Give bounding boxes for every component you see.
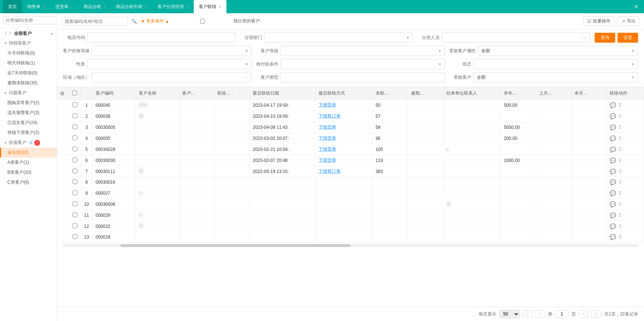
phone-input[interactable] — [87, 32, 236, 43]
more-action-icon[interactable]: ⠿ — [618, 135, 622, 141]
more-action-icon[interactable]: ⠿ — [618, 234, 622, 240]
sidebar-item-tomorrow-pending[interactable]: 明天待联络(1) — [0, 58, 57, 68]
contact-icon[interactable]: 💬 — [610, 135, 616, 141]
export-btn[interactable]: ↗ 导出 — [617, 16, 640, 26]
more-action-icon[interactable]: ⠿ — [618, 201, 622, 207]
close-purchase-tab[interactable]: × — [71, 4, 73, 9]
filter-search-icon[interactable]: 🔍 — [131, 19, 137, 24]
row-checkbox[interactable] — [73, 179, 77, 184]
sidebar-item-class-a[interactable]: A类客户(1) — [0, 158, 57, 167]
tab-product-analysis[interactable]: 商品分析 × — [78, 0, 111, 13]
prev-page-btn[interactable]: < — [536, 310, 545, 318]
sidebar-item-declining[interactable]: 持续下滑客户(2) — [0, 128, 57, 138]
th-type[interactable]: 客户... : — [179, 87, 214, 100]
more-action-icon[interactable]: ⠿ — [618, 102, 622, 108]
close-customer-contact-tab[interactable]: × — [219, 4, 221, 9]
row-checkbox[interactable] — [73, 147, 77, 151]
manager-select[interactable]: ··· — [442, 32, 590, 43]
th-name[interactable]: 客户名称 : — [136, 87, 179, 100]
page-input[interactable] — [555, 310, 569, 318]
row-checkbox[interactable] — [73, 212, 77, 217]
tab-product-analysis-list[interactable]: 商品分析列表 × — [111, 0, 152, 13]
row-checkbox[interactable] — [73, 158, 77, 162]
row-checkbox[interactable] — [73, 124, 77, 129]
next-page-btn[interactable]: > — [579, 310, 588, 318]
horizontal-scrollbar[interactable] — [57, 243, 644, 248]
reset-button[interactable]: 设置 — [617, 33, 638, 43]
row-checkbox[interactable] — [73, 102, 77, 107]
tab-customer-tier[interactable]: 客户分层经营 × — [152, 0, 194, 13]
first-page-btn[interactable]: |< — [522, 310, 533, 318]
th-unlink[interactable]: 未联... : — [372, 87, 408, 100]
tab-home[interactable]: 首页 — [3, 0, 22, 13]
select-all-checkbox[interactable] — [72, 91, 77, 95]
th-year[interactable]: 本年... : — [501, 87, 536, 100]
tab-customer-contact[interactable]: 客户联络 × — [194, 0, 226, 13]
th-checkbox[interactable] — [69, 87, 81, 100]
th-contact[interactable]: 联络... : — [214, 87, 250, 100]
more-action-icon[interactable]: ⠿ — [618, 179, 622, 185]
td-checkbox[interactable] — [69, 100, 81, 111]
contact-icon[interactable]: 💬 — [610, 113, 616, 119]
more-action-icon[interactable]: ⠿ — [618, 169, 622, 174]
td-last-method[interactable]: 下销售订单 — [316, 166, 373, 177]
td-last-method[interactable]: 下销货单 — [316, 100, 373, 111]
contact-icon[interactable]: 💬 — [610, 234, 616, 240]
row-checkbox[interactable] — [73, 201, 77, 206]
more-action-icon[interactable]: ⠿ — [618, 212, 622, 218]
row-checkbox[interactable] — [73, 223, 77, 228]
payment-select[interactable]: ▼ — [281, 59, 445, 69]
td-last-method[interactable]: 下销货单 — [316, 133, 373, 144]
contact-icon[interactable]: 💬 — [610, 190, 616, 196]
contact-icon[interactable]: 💬 — [610, 169, 616, 174]
th-this-month[interactable]: 本月... : — [571, 87, 607, 100]
group-pending-contact[interactable]: ▼ 待联络客户 — [0, 38, 57, 48]
contact-icon[interactable]: 💬 — [610, 201, 616, 207]
last-method-link[interactable]: 下销货单 — [319, 102, 336, 107]
batch-operation-btn[interactable]: ☑ 批量操作 — [583, 16, 615, 26]
sidebar-item-unclassified[interactable]: 未分组(32) — [0, 148, 57, 158]
th-settings[interactable]: ⚙ — [57, 87, 69, 100]
my-customers-checkbox[interactable]: 我分管的客户 — [173, 18, 260, 24]
my-customers-check[interactable] — [173, 19, 232, 24]
sidebar-all-customers[interactable]: ⋮⋮ 全部客户 « — [0, 28, 57, 38]
sidebar-item-today-pending[interactable]: 今天待联络(0) — [0, 48, 57, 58]
dept-select[interactable]: ▼ — [264, 32, 413, 43]
td-checkbox[interactable] — [69, 188, 81, 199]
sidebar-item-class-b[interactable]: B类客户(33) — [0, 167, 57, 177]
contact-icon[interactable]: 💬 — [610, 158, 616, 163]
sidebar-item-7days-pending[interactable]: 近7天待联络(0) — [0, 68, 57, 78]
td-checkbox[interactable] — [69, 133, 81, 144]
td-last-method[interactable]: 下销货单 — [316, 122, 373, 133]
td-checkbox[interactable] — [69, 221, 81, 232]
last-method-link[interactable]: 下销货单 — [319, 124, 336, 130]
td-last-method[interactable]: 下销售订单 — [316, 111, 373, 122]
last-method-link[interactable]: 下销售订单 — [319, 169, 341, 174]
td-last-method[interactable]: 下销货单 — [316, 155, 373, 166]
contact-icon[interactable]: 💬 — [610, 212, 616, 218]
row-checkbox[interactable] — [73, 169, 77, 173]
close-customer-tier-tab[interactable]: × — [186, 4, 189, 9]
th-last-date[interactable]: 最后联络日期 : — [250, 87, 316, 100]
sidebar-item-overdue-pending[interactable]: 逾期未联络(30) — [0, 78, 57, 88]
last-page-btn[interactable]: >| — [591, 310, 601, 318]
td-checkbox[interactable] — [69, 210, 81, 221]
group-value-customers[interactable]: ▼ 价值客户 ↺ ! — [0, 138, 57, 148]
row-checkbox[interactable] — [73, 135, 77, 140]
close-all-button[interactable]: × — [631, 3, 641, 11]
tab-sales-order[interactable]: 销售单 × — [22, 0, 50, 13]
retail-attr-select[interactable]: 全部 ▼ — [478, 46, 638, 56]
sidebar-item-class-c[interactable]: C类客户(6) — [0, 177, 57, 187]
group-problem-customers[interactable]: ▼ 问题客户 — [0, 88, 57, 98]
search-input[interactable] — [61, 17, 128, 26]
price-grade-select[interactable]: ▼ — [92, 46, 252, 56]
more-action-icon[interactable]: ⠿ — [618, 113, 622, 119]
th-last-method[interactable]: 最后联络方式 : — [316, 87, 373, 100]
more-action-icon[interactable]: ⠿ — [618, 190, 622, 196]
th-partner[interactable]: 往来单位联系人 — [443, 87, 501, 100]
sidebar-collapse-btn[interactable]: « — [50, 31, 53, 36]
last-method-link[interactable]: 下销售订单 — [319, 113, 341, 119]
td-last-method[interactable]: 下销货单 — [316, 144, 373, 155]
last-method-link[interactable]: 下销货单 — [319, 147, 336, 152]
retail-customer-select[interactable]: 全部 ▼ — [474, 72, 638, 82]
